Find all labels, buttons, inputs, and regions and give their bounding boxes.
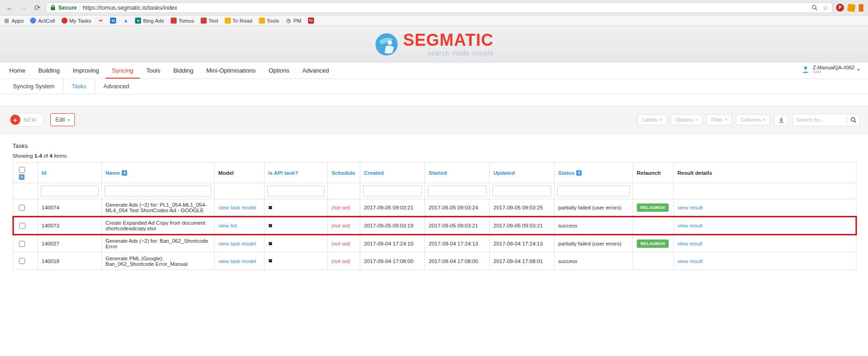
subnav-item-syncing-system[interactable]: Syncing System [5, 79, 63, 94]
table-row-highlighted: 140073 Create Expanded Ad Copy from docu… [13, 217, 856, 235]
bookmark-bing-ads[interactable]: b Bing Ads [135, 18, 164, 24]
nav-item-syncing[interactable]: Syncing [105, 63, 140, 79]
filter-input-status[interactable] [557, 185, 630, 196]
bookmark-star-icon[interactable]: ☆ [822, 4, 828, 12]
filter-input-name[interactable] [105, 185, 211, 196]
address-bar[interactable]: Secure https://tomus.segmatic.io/tasks/i… [46, 2, 832, 13]
bookmark-label: Bing Ads [143, 18, 164, 24]
help-icon[interactable]: ? [122, 170, 127, 176]
extension-edge-icon[interactable] [859, 4, 863, 12]
bookmark-tomus[interactable]: Tomus [171, 18, 194, 24]
filter-input-api[interactable] [267, 185, 325, 196]
download-button[interactable] [774, 114, 788, 126]
relaunch-button[interactable]: RELAUNCH [637, 239, 669, 248]
user-menu[interactable]: Z-ManualQA-#062 #280 ▾ [801, 65, 860, 74]
chevron-down-icon: ▾ [763, 117, 765, 122]
extension-p-icon[interactable]: P [836, 4, 844, 12]
column-header-relaunch: Relaunch [633, 163, 674, 183]
bookmark-drive[interactable]: ▲ [123, 18, 129, 24]
filter-input-started[interactable] [428, 185, 486, 196]
cell-created: 2017-09-05 09:03:21 [360, 199, 425, 217]
segmatic-logo[interactable]: SEGMATIC search made simple [375, 32, 493, 57]
sort-updated-link[interactable]: Updated [493, 170, 515, 176]
row-select-checkbox[interactable] [19, 223, 25, 229]
cell-updated: 2017-09-05 09:03:25 [490, 199, 554, 217]
view-task-model-link[interactable]: view task model [218, 258, 256, 264]
nav-item-mini-optimisations[interactable]: Mini-Optimisations [200, 63, 262, 79]
options-dropdown-button[interactable]: Options ▾ [671, 114, 702, 125]
nav-item-options[interactable]: Options [262, 63, 296, 79]
new-button[interactable]: + NEW [8, 113, 44, 127]
cell-name: Create Expanded Ad Copy from document sh… [102, 217, 215, 235]
filter-input-updated[interactable] [492, 185, 551, 196]
view-result-link[interactable]: view result [677, 241, 702, 246]
search-input[interactable] [792, 114, 847, 126]
cell-model: view task model [215, 199, 265, 217]
view-result-link[interactable]: view result [677, 258, 702, 264]
bookmark-actcoll[interactable]: ActColl [30, 18, 55, 24]
cell-model: view list [215, 217, 265, 235]
url-text[interactable]: https://tomus.segmatic.io/tasks/index [83, 5, 177, 11]
bookmark-pm[interactable]: ◷ PM [285, 18, 301, 24]
reload-icon[interactable]: ⟳ [32, 3, 43, 12]
sort-id-link[interactable]: Id [42, 170, 46, 176]
nav-item-bidding[interactable]: Bidding [167, 63, 200, 79]
cell-id: 140073 [38, 217, 102, 235]
subnav-item-advanced[interactable]: Advanced [95, 79, 138, 94]
cell-started: 2017-09-05 09:03:21 [425, 217, 490, 235]
columns-dropdown-button[interactable]: Columns ▾ [736, 114, 770, 125]
sort-created-link[interactable]: Created [364, 170, 384, 176]
bookmark-tc[interactable]: TC [308, 18, 314, 24]
bookmark-my-tasks[interactable]: My Tasks [62, 18, 92, 24]
sort-name-link[interactable]: Name [105, 170, 120, 176]
search-button[interactable] [847, 114, 860, 126]
filter-cell-model [215, 183, 265, 199]
bookmark-gmail[interactable]: M [98, 18, 104, 24]
cell-schedule: (not set) [328, 252, 360, 270]
view-result-link[interactable]: view result [677, 223, 702, 228]
filter-input-id[interactable] [41, 185, 98, 196]
sort-started-link[interactable]: Started [429, 170, 447, 176]
dots-icon [62, 18, 68, 24]
sort-api-link[interactable]: Is API task? [268, 170, 298, 176]
select-all-checkbox[interactable] [19, 167, 25, 173]
sort-status-link[interactable]: Status [558, 170, 574, 176]
nav-item-home[interactable]: Home [3, 63, 32, 79]
bookmark-apps[interactable]: ▦ Apps [4, 18, 24, 24]
labels-dropdown-button[interactable]: Labels ▾ [637, 114, 667, 125]
row-select-checkbox[interactable] [19, 241, 25, 247]
nav-item-tools[interactable]: Tools [140, 63, 166, 79]
nav-item-advanced[interactable]: Advanced [296, 63, 336, 79]
bookmark-test[interactable]: Test [201, 18, 218, 24]
extension-orange-icon[interactable] [847, 3, 856, 12]
help-icon[interactable]: ? [19, 174, 25, 180]
view-task-model-link[interactable]: view task model [218, 241, 256, 246]
view-result-link[interactable]: view result [677, 205, 702, 210]
filter-input-created[interactable] [363, 185, 422, 196]
page-header: SEGMATIC search made simple [0, 26, 868, 63]
table-row: 140027 Generate Ads (~2) for: Ban_062_Sh… [13, 235, 856, 252]
sort-schedule-link[interactable]: Schedule [332, 170, 355, 176]
chevron-down-icon: ▾ [857, 67, 860, 72]
bookmark-tools[interactable]: Tools [259, 18, 279, 24]
back-icon[interactable]: ← [5, 4, 15, 12]
edit-dropdown-button[interactable]: Edit ▾ [50, 113, 75, 126]
forward-icon[interactable]: → [18, 4, 29, 12]
view-task-model-link[interactable]: view task model [218, 205, 256, 210]
cell-status: success [554, 217, 633, 235]
bookmark-to-read[interactable]: To Read [225, 18, 252, 24]
column-label: Model [218, 170, 234, 176]
zoom-icon[interactable] [812, 5, 818, 11]
relaunch-button[interactable]: RELAUNCH [637, 203, 669, 212]
view-list-link[interactable]: view list [218, 223, 237, 228]
help-icon[interactable]: ? [576, 170, 582, 176]
row-select-checkbox[interactable] [19, 258, 25, 264]
edit-button-label: Edit [55, 117, 65, 123]
filter-dropdown-button[interactable]: Filter ▾ [706, 114, 732, 125]
subnav-item-tasks[interactable]: Tasks [63, 79, 95, 94]
nav-item-building[interactable]: Building [32, 63, 66, 79]
bookmark-calendar[interactable]: 31 [110, 18, 116, 24]
row-select-checkbox[interactable] [19, 205, 25, 211]
nav-item-improving[interactable]: Improving [66, 63, 105, 79]
cell-created: 2017-09-05 09:03:19 [360, 217, 425, 235]
